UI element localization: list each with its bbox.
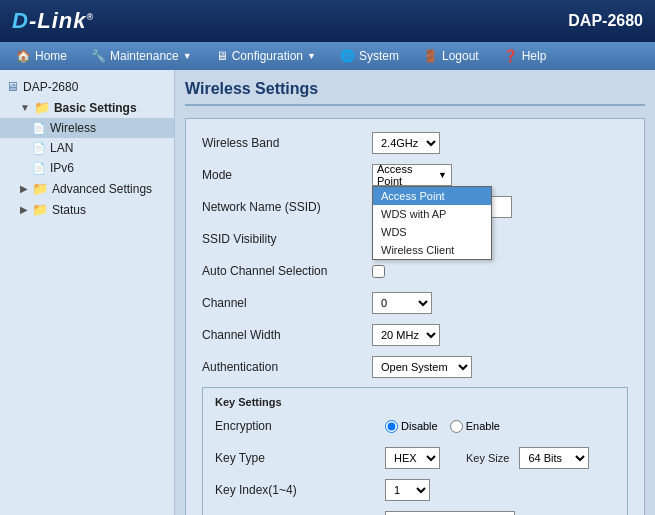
mode-dropdown-menu: Access Point WDS with AP WDS Wireless Cl… xyxy=(372,186,492,260)
header: D-Link® DAP-2680 xyxy=(0,0,655,42)
key-index-label: Key Index(1~4) xyxy=(215,483,385,497)
auto-channel-label: Auto Channel Selection xyxy=(202,264,372,278)
key-type-row: Key Type HEX ASCII Key Size 64 Bits 128 … xyxy=(215,446,615,470)
wireless-band-control: 2.4GHz 5GHz xyxy=(372,132,440,154)
key-settings-legend: Key Settings xyxy=(215,396,615,408)
sidebar-status-label: Status xyxy=(52,203,86,217)
authentication-select[interactable]: Open System WPA-Personal xyxy=(372,356,472,378)
mode-select-display[interactable]: Access Point ▼ xyxy=(372,164,452,186)
expand-status-icon: ▶ xyxy=(20,204,28,215)
navbar: 🏠 Home 🔧 Maintenance ▼ 🖥 Configuration ▼… xyxy=(0,42,655,70)
mode-selected-value: Access Point xyxy=(377,163,438,187)
nav-system[interactable]: 🌐 System xyxy=(328,42,411,70)
folder-advanced-icon: 📁 xyxy=(32,181,48,196)
mode-option-wds[interactable]: WDS xyxy=(373,223,491,241)
encryption-label: Encryption xyxy=(215,419,385,433)
expand-icon: ▼ xyxy=(20,102,30,113)
wireless-band-select[interactable]: 2.4GHz 5GHz xyxy=(372,132,440,154)
encryption-disable-label: Disable xyxy=(401,420,438,432)
key-index-control: 1 2 3 4 xyxy=(385,479,430,501)
content-area: Wireless Settings Wireless Band 2.4GHz 5… xyxy=(175,70,655,515)
key-index-select[interactable]: 1 2 3 4 xyxy=(385,479,430,501)
mode-control: Access Point ▼ Access Point WDS with AP … xyxy=(372,164,452,186)
model-label: DAP-2680 xyxy=(568,12,643,30)
key-size-select[interactable]: 64 Bits 128 Bits xyxy=(519,447,589,469)
mode-option-wds-ap[interactable]: WDS with AP xyxy=(373,205,491,223)
key-settings-group: Key Settings Encryption Disable Enable xyxy=(202,387,628,515)
nav-help[interactable]: ❓ Help xyxy=(491,42,559,70)
channel-width-label: Channel Width xyxy=(202,328,372,342)
sidebar-item-dap2680[interactable]: 🖥 DAP-2680 xyxy=(0,76,174,97)
wireless-band-row: Wireless Band 2.4GHz 5GHz xyxy=(202,131,628,155)
sidebar-item-status[interactable]: ▶ 📁 Status xyxy=(0,199,174,220)
logout-icon: 🚪 xyxy=(423,49,438,63)
nav-logout[interactable]: 🚪 Logout xyxy=(411,42,491,70)
wrench-icon: 🔧 xyxy=(91,49,106,63)
wireless-band-label: Wireless Band xyxy=(202,136,372,150)
nav-configuration[interactable]: 🖥 Configuration ▼ xyxy=(204,42,328,70)
page-wireless-icon: 📄 xyxy=(32,122,46,135)
sidebar-item-basic-settings[interactable]: ▼ 📁 Basic Settings xyxy=(0,97,174,118)
page-ipv6-icon: 📄 xyxy=(32,162,46,175)
encryption-disable-radio[interactable] xyxy=(385,420,398,433)
sidebar-item-lan[interactable]: 📄 LAN xyxy=(0,138,174,158)
encryption-enable-option[interactable]: Enable xyxy=(450,420,500,433)
key-index-row: Key Index(1~4) 1 2 3 4 xyxy=(215,478,615,502)
mode-dropdown-wrapper: Access Point ▼ Access Point WDS with AP … xyxy=(372,164,452,186)
mode-arrow-icon: ▼ xyxy=(438,170,447,180)
sidebar-item-ipv6[interactable]: 📄 IPv6 xyxy=(0,158,174,178)
mode-option-wireless-client[interactable]: Wireless Client xyxy=(373,241,491,259)
channel-width-control: 20 MHz 40 MHz xyxy=(372,324,440,346)
sidebar-advanced-settings-label: Advanced Settings xyxy=(52,182,152,196)
maintenance-arrow-icon: ▼ xyxy=(183,51,192,61)
authentication-control: Open System WPA-Personal xyxy=(372,356,472,378)
key-size-label: Key Size xyxy=(466,452,509,464)
key-type-select[interactable]: HEX ASCII xyxy=(385,447,440,469)
key-type-label: Key Type xyxy=(215,451,385,465)
sidebar-ipv6-label: IPv6 xyxy=(50,161,74,175)
home-icon: 🏠 xyxy=(16,49,31,63)
main-layout: 🖥 DAP-2680 ▼ 📁 Basic Settings 📄 Wireless… xyxy=(0,70,655,515)
sidebar-wireless-label: Wireless xyxy=(50,121,96,135)
auto-channel-control xyxy=(372,265,385,278)
sidebar-root-label: DAP-2680 xyxy=(23,80,78,94)
nav-help-label: Help xyxy=(522,49,547,63)
nav-logout-label: Logout xyxy=(442,49,479,63)
encryption-enable-label: Enable xyxy=(466,420,500,432)
nav-home-label: Home xyxy=(35,49,67,63)
encryption-disable-option[interactable]: Disable xyxy=(385,420,438,433)
channel-label: Channel xyxy=(202,296,372,310)
page-title: Wireless Settings xyxy=(185,80,645,106)
mode-label: Mode xyxy=(202,168,372,182)
key-type-control: HEX ASCII Key Size 64 Bits 128 Bits xyxy=(385,447,589,469)
encryption-row: Encryption Disable Enable xyxy=(215,414,615,438)
sidebar-item-wireless[interactable]: 📄 Wireless xyxy=(0,118,174,138)
nav-home[interactable]: 🏠 Home xyxy=(4,42,79,70)
globe-icon: 🌐 xyxy=(340,49,355,63)
channel-row: Channel 0 1 xyxy=(202,291,628,315)
sidebar: 🖥 DAP-2680 ▼ 📁 Basic Settings 📄 Wireless… xyxy=(0,70,175,515)
sidebar-item-advanced-settings[interactable]: ▶ 📁 Advanced Settings xyxy=(0,178,174,199)
help-icon: ❓ xyxy=(503,49,518,63)
network-key-input[interactable] xyxy=(385,511,515,515)
mode-row: Mode Access Point ▼ Access Point WDS wit… xyxy=(202,163,628,187)
authentication-row: Authentication Open System WPA-Personal xyxy=(202,355,628,379)
folder-basic-icon: 📁 xyxy=(34,100,50,115)
channel-control: 0 1 xyxy=(372,292,432,314)
auto-channel-checkbox[interactable] xyxy=(372,265,385,278)
channel-width-select[interactable]: 20 MHz 40 MHz xyxy=(372,324,440,346)
logo-tm: ® xyxy=(86,12,94,22)
sidebar-basic-settings-label: Basic Settings xyxy=(54,101,137,115)
encryption-enable-radio[interactable] xyxy=(450,420,463,433)
computer-icon: 🖥 xyxy=(6,79,19,94)
mode-option-access-point[interactable]: Access Point xyxy=(373,187,491,205)
channel-width-row: Channel Width 20 MHz 40 MHz xyxy=(202,323,628,347)
channel-select[interactable]: 0 1 xyxy=(372,292,432,314)
ssid-visibility-label: SSID Visibility xyxy=(202,232,372,246)
folder-status-icon: 📁 xyxy=(32,202,48,217)
page-lan-icon: 📄 xyxy=(32,142,46,155)
nav-maintenance[interactable]: 🔧 Maintenance ▼ xyxy=(79,42,204,70)
sidebar-lan-label: LAN xyxy=(50,141,73,155)
logo: D-Link® xyxy=(12,8,94,34)
nav-configuration-label: Configuration xyxy=(232,49,303,63)
